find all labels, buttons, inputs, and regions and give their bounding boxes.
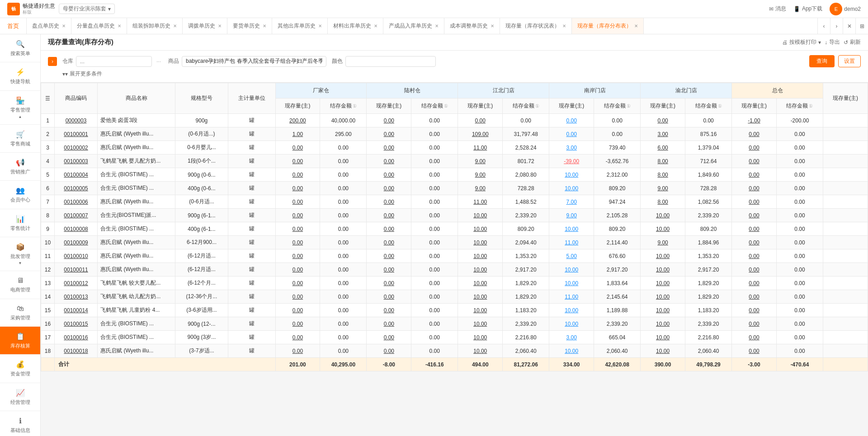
sidebar-label-retail-mgmt: 零售管理	[10, 107, 30, 113]
yubei-amount-info-icon[interactable]: ①	[718, 103, 722, 108]
tab-home[interactable]: 首页	[0, 18, 27, 34]
table-row: 1800100018惠氏启赋 (Wyeth illu...(3-7岁适...罐0…	[41, 344, 868, 358]
tab-close-6[interactable]: ✕	[318, 23, 322, 28]
sidebar-item-operations[interactable]: 📈 经营管理	[0, 383, 40, 411]
product-input[interactable]	[182, 56, 326, 67]
sidebar-label-marketing: 营销推广	[10, 169, 30, 175]
tab-close-11[interactable]: ✕	[634, 23, 638, 28]
th-spec: 规格型号	[175, 83, 228, 114]
th-factory-stock: 现存量(主)	[275, 98, 320, 114]
sidebar-item-basic-info[interactable]: ℹ 基础信息	[0, 411, 40, 436]
sidebar-item-inventory[interactable]: 📋 库存核算	[0, 327, 40, 355]
tab-9[interactable]: 成本调整单历史 ✕	[444, 18, 500, 34]
th-nanan-amount: 结存金额①	[594, 98, 641, 114]
summary-v1: 201.00	[275, 358, 320, 371]
tab-1[interactable]: 盘点单历史 ✕	[27, 18, 71, 34]
th-total-stock: 现存量(主)	[732, 98, 777, 114]
sidebar-label-operations: 经营管理	[10, 399, 30, 405]
tab-7[interactable]: 材料出库单历史 ✕	[328, 18, 383, 34]
th-factory-wh: 厂家仓	[275, 83, 367, 98]
search-area: › 仓库 ··· 商品 颜色 查询 设置	[41, 51, 868, 83]
page-title: 现存量查询(库存分布)	[48, 38, 113, 47]
tab-close-7[interactable]: ✕	[374, 23, 377, 28]
tab-close-3[interactable]: ✕	[173, 23, 177, 28]
table-row: 1300100012飞鹤星飞帆 较大婴儿配...(6-12个月...罐0.000…	[41, 277, 868, 290]
tabs-expand-btn[interactable]: ⊞	[855, 18, 868, 34]
sidebar-item-member[interactable]: 👥 会员中心	[0, 181, 40, 209]
tab-close-5[interactable]: ✕	[263, 23, 266, 28]
data-table: ☰ 商品编码 商品名称 规格型号 主计量单位 厂家仓 陆村仓 江北门店 南岸门店…	[41, 83, 868, 371]
table-row: 1700100016合生元 (BIOSTIME) ...900g (3岁...罐…	[41, 331, 868, 344]
th-jiangbei-amount: 结存金额①	[503, 98, 549, 114]
lucun-amount-info-icon[interactable]: ①	[444, 103, 448, 108]
sidebar-item-retail-mgmt[interactable]: 🏪 零售管理 ▲	[0, 91, 40, 125]
app-download-btn[interactable]: 📱 App下载	[793, 5, 822, 13]
tabs-prev-btn[interactable]: ‹	[817, 18, 830, 34]
export-btn[interactable]: ↓ 导出	[825, 38, 840, 46]
print-btn[interactable]: 🖨 按模板打印 ▾	[782, 38, 821, 46]
tab-11[interactable]: 现存量（库存分布表） ✕	[572, 18, 644, 34]
sidebar-item-shop[interactable]: 🛒 零售商城	[0, 125, 40, 153]
th-yubei-amount: 结存金额①	[685, 98, 732, 114]
tab-8[interactable]: 产成品入库单历史 ✕	[383, 18, 444, 34]
tab-4[interactable]: 调拨单历史 ✕	[183, 18, 227, 34]
warehouse-field: 仓库 ···	[62, 56, 163, 67]
warehouse-ellipsis-btn[interactable]: ···	[155, 58, 163, 65]
sidebar-item-retail-stats[interactable]: 📊 零售统计	[0, 209, 40, 237]
sidebar-label-purchase: 采购管理	[10, 314, 30, 321]
summary-v11: -3.00	[732, 358, 777, 371]
factory-amount-info-icon[interactable]: ①	[353, 103, 357, 108]
search-icon: 🔍	[16, 40, 25, 48]
member-icon: 👥	[16, 186, 25, 195]
tabs-close-all-btn[interactable]: ✕	[843, 18, 855, 34]
sidebar-item-nav[interactable]: ⚡ 快捷导航	[0, 62, 40, 90]
collapse-btn[interactable]: ›	[48, 57, 57, 66]
tab-close-2[interactable]: ✕	[118, 23, 121, 28]
sidebar-item-ecommerce[interactable]: 🖥 电商管理	[0, 271, 40, 299]
sidebar-item-wholesale[interactable]: 📦 批发管理 ▼	[0, 237, 40, 271]
th-unit: 主计量单位	[228, 83, 275, 114]
total-amount-info-icon[interactable]: ①	[809, 103, 813, 108]
sidebar-item-finance[interactable]: 💰 资金管理	[0, 355, 40, 383]
warehouse-input[interactable]	[76, 56, 152, 67]
tab-close-1[interactable]: ✕	[62, 23, 66, 28]
th-lucun-stock: 现存量(主)	[367, 98, 411, 114]
th-total-wh: 总仓	[732, 83, 823, 98]
th-nanan-stock: 现存量(主)	[549, 98, 594, 114]
warehouse-label: 仓库	[62, 57, 73, 65]
th-name: 商品名称	[98, 83, 175, 114]
tab-10[interactable]: 现存量（库存状况表） ✕	[500, 18, 572, 34]
store-selector[interactable]: 母婴行业演示陈套 ▾	[59, 4, 115, 14]
table-row: 1600100015合生元 (BIOSTIME) ...900g (12-...…	[41, 317, 868, 331]
th-gear[interactable]: ☰	[41, 83, 55, 114]
th-factory-amount: 结存金额①	[320, 98, 367, 114]
tab-close-4[interactable]: ✕	[218, 23, 222, 28]
brand-logo: 畅 畅捷通好生意 标版	[7, 3, 55, 15]
color-input[interactable]	[345, 56, 436, 67]
tab-close-9[interactable]: ✕	[491, 23, 494, 28]
content-area: 现存量查询(库存分布) 🖨 按模板打印 ▾ ↓ 导出 ↺ 刷新	[41, 34, 868, 436]
ecommerce-icon: 🖥	[17, 277, 24, 285]
tab-close-10[interactable]: ✕	[562, 23, 566, 28]
tabs-next-btn[interactable]: ›	[830, 18, 843, 34]
nanan-amount-info-icon[interactable]: ①	[627, 103, 631, 108]
operations-icon: 📈	[16, 389, 25, 397]
message-btn[interactable]: ✉ 消息	[769, 5, 786, 13]
expand-conditions-btn[interactable]: ▾▾ 展开更多条件	[62, 70, 102, 78]
tab-2[interactable]: 分量盘点单历史 ✕	[71, 18, 127, 34]
setting-button[interactable]: 设置	[838, 55, 861, 67]
jiangbei-amount-info-icon[interactable]: ①	[535, 103, 539, 108]
chevron-up-icon: ▲	[19, 115, 22, 119]
tab-close-8[interactable]: ✕	[435, 23, 439, 28]
refresh-btn[interactable]: ↺ 刷新	[844, 38, 861, 46]
tab-5[interactable]: 要货单历史 ✕	[227, 18, 272, 34]
tab-6[interactable]: 其他出库单历史 ✕	[272, 18, 328, 34]
sidebar-label-search: 搜索英单	[10, 50, 30, 56]
user-menu[interactable]: E demo2	[830, 3, 861, 15]
th-nanan-store: 南岸门店	[549, 83, 641, 98]
sidebar-item-search[interactable]: 🔍 搜索英单	[0, 34, 40, 62]
tab-3[interactable]: 组装拆卸单历史 ✕	[127, 18, 183, 34]
query-button[interactable]: 查询	[809, 55, 835, 67]
sidebar-item-marketing[interactable]: 📢 营销推广	[0, 153, 40, 181]
sidebar-item-purchase[interactable]: 🛍 采购管理	[0, 299, 40, 327]
